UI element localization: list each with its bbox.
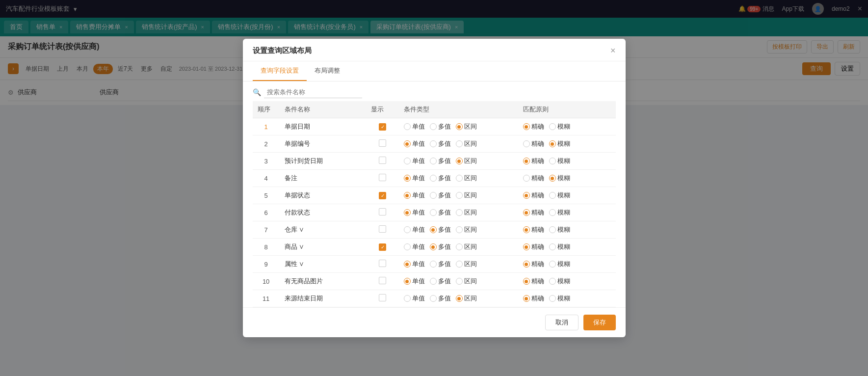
modal-table-wrap: 顺序 条件名称 显示 条件类型 匹配原则 1单据日期单值多值区间精确模糊2单据编… <box>243 101 626 105</box>
modal-close-button[interactable]: × <box>610 46 616 56</box>
modal-tabs: 查询字段设置 布局调整 <box>243 61 626 81</box>
tab-layout-adjust[interactable]: 布局调整 <box>307 61 348 81</box>
settings-modal: 设置查询区域布局 × 查询字段设置 布局调整 🔍 顺序 条件名称 显示 条件类型 <box>243 39 626 105</box>
search-icon: 🔍 <box>253 88 261 96</box>
th-display: 显示 <box>366 101 398 105</box>
modal-title: 设置查询区域布局 <box>253 46 312 55</box>
modal-header: 设置查询区域布局 × <box>243 39 626 61</box>
modal-overlay: 设置查询区域布局 × 查询字段设置 布局调整 🔍 顺序 条件名称 显示 条件类型 <box>0 0 868 105</box>
modal-search-bar: 🔍 <box>243 81 626 101</box>
th-name: 条件名称 <box>280 101 367 105</box>
search-input[interactable] <box>264 86 362 98</box>
tab-query-fields[interactable]: 查询字段设置 <box>253 61 307 81</box>
th-type: 条件类型 <box>399 101 518 105</box>
th-order: 顺序 <box>253 101 280 105</box>
th-match: 匹配原则 <box>518 101 616 105</box>
conditions-table: 顺序 条件名称 显示 条件类型 匹配原则 1单据日期单值多值区间精确模糊2单据编… <box>253 101 616 105</box>
